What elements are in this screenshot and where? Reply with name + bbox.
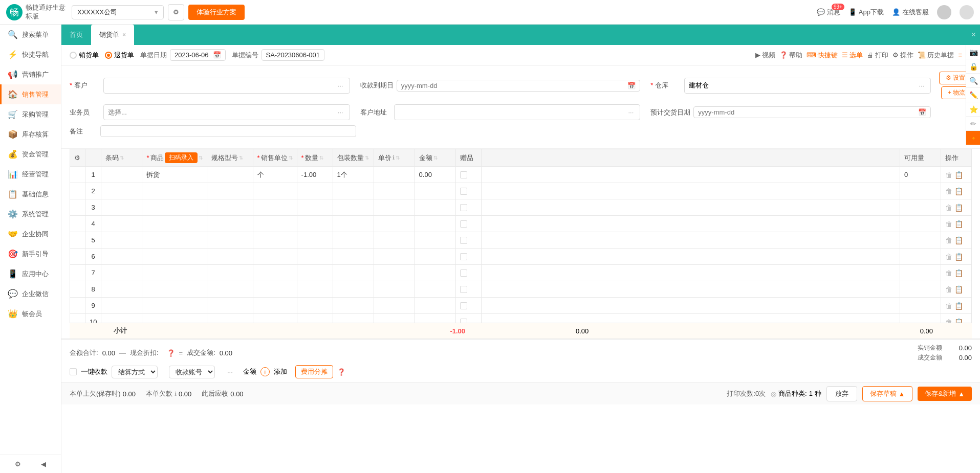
warehouse-dots-icon[interactable]: ··· — [917, 80, 926, 92]
cell-price[interactable] — [374, 199, 415, 216]
add-payment-btn[interactable]: + — [260, 367, 270, 376]
cell-pkg-qty[interactable] — [333, 281, 374, 298]
avatar2[interactable] — [960, 5, 974, 19]
ops-btn[interactable]: ⚙ 操作 — [892, 51, 913, 60]
cell-price[interactable] — [374, 314, 415, 323]
price-info-icon[interactable]: ℹ — [393, 154, 395, 161]
warehouse-text-input[interactable] — [689, 82, 917, 89]
delete-row-icon[interactable]: 🗑 — [945, 220, 952, 228]
gift-checkbox[interactable] — [460, 302, 467, 309]
cell-gift[interactable] — [455, 167, 481, 183]
cell-amount[interactable] — [415, 281, 455, 298]
gift-checkbox[interactable] — [460, 237, 467, 244]
cell-price[interactable] — [374, 183, 415, 199]
float-zoom-icon[interactable]: 🔍 — [966, 74, 980, 88]
float-photo-icon[interactable]: 📷 — [966, 45, 980, 59]
delete-row-icon[interactable]: 🗑 — [945, 187, 952, 195]
cell-amount[interactable]: 0.00 — [415, 167, 455, 183]
fee-help-icon[interactable]: ❓ — [337, 368, 345, 376]
cell-barcode[interactable] — [101, 281, 142, 298]
cell-price[interactable] — [374, 232, 415, 249]
cell-goods[interactable] — [142, 216, 207, 232]
sidebar-collapse-icon[interactable]: ◀ — [41, 460, 46, 468]
addr-dots-icon[interactable]: ··· — [626, 106, 636, 118]
delete-row-icon[interactable]: 🗑 — [945, 253, 952, 261]
sidebar-item-quick-nav[interactable]: ⚡ 快捷导航 — [0, 44, 61, 64]
print-btn[interactable]: 🖨 打印 — [867, 51, 888, 60]
cell-goods[interactable] — [142, 265, 207, 281]
customer-addr-text-input[interactable] — [399, 108, 626, 116]
cell-unit[interactable] — [253, 298, 297, 314]
cell-price[interactable] — [374, 167, 415, 183]
col-header-setting[interactable]: ⚙ — [70, 149, 85, 167]
delete-row-icon[interactable]: 🗑 — [945, 302, 952, 310]
customer-dots-icon[interactable]: ··· — [336, 80, 345, 92]
copy-row-icon[interactable]: 📋 — [954, 171, 963, 179]
cell-amount[interactable] — [415, 199, 455, 216]
window-close-icon[interactable]: × — [971, 30, 976, 39]
cell-amount[interactable] — [415, 314, 455, 323]
pkg-sort-icon[interactable]: ⇅ — [365, 155, 369, 161]
one-click-checkbox[interactable] — [70, 368, 77, 375]
cell-unit[interactable] — [253, 232, 297, 249]
price-sort-icon[interactable]: ⇅ — [396, 155, 400, 161]
cell-goods[interactable] — [142, 314, 207, 323]
sidebar-item-guide[interactable]: 🎯 新手引导 — [0, 244, 61, 264]
cell-barcode[interactable] — [101, 298, 142, 314]
table-scroll[interactable]: ⚙ 条码 ⇅ * 商品 — [70, 149, 972, 323]
cell-pkg-qty[interactable] — [333, 265, 374, 281]
cell-amount[interactable] — [415, 216, 455, 232]
tab-close-icon[interactable]: × — [122, 31, 126, 38]
cell-spec[interactable] — [207, 199, 253, 216]
cell-spec[interactable] — [207, 183, 253, 199]
customer-input[interactable]: ··· — [103, 78, 350, 94]
sidebar-item-funds[interactable]: 💰 资金管理 — [0, 144, 61, 164]
cell-gift[interactable] — [455, 265, 481, 281]
cell-goods[interactable] — [142, 199, 207, 216]
save-new-button[interactable]: 保存&新增 ▲ — [918, 387, 972, 401]
estimated-date-input[interactable]: 📅 — [693, 106, 931, 118]
cell-spec[interactable] — [207, 314, 253, 323]
cell-spec[interactable] — [207, 249, 253, 265]
sidebar-item-purchase[interactable]: 🛒 采购管理 — [0, 104, 61, 124]
delete-row-icon[interactable]: 🗑 — [945, 318, 952, 323]
settings-btn[interactable]: ⚙ — [168, 4, 184, 20]
estimated-cal-icon[interactable]: 📅 — [918, 108, 926, 116]
barcode-sort-icon[interactable]: ⇅ — [120, 155, 124, 161]
shortcut-btn[interactable]: ⌨ 快捷键 — [807, 51, 838, 60]
gift-checkbox[interactable] — [460, 204, 467, 211]
docno-field[interactable]: SA-20230606-001 — [262, 49, 325, 61]
cell-price[interactable] — [374, 265, 415, 281]
spec-sort-icon[interactable]: ⇅ — [239, 155, 243, 161]
float-orange-icon[interactable]: 🔸 — [966, 131, 980, 145]
date-field[interactable]: 2023-06-06 📅 — [170, 49, 226, 61]
cell-qty[interactable] — [297, 298, 333, 314]
trial-button[interactable]: 体验行业方案 — [188, 5, 245, 20]
delete-row-icon[interactable]: 🗑 — [945, 171, 952, 179]
copy-row-icon[interactable]: 📋 — [954, 236, 963, 244]
sidebar-item-sales[interactable]: 🏠 销售管理 — [0, 84, 61, 104]
cell-pkg-qty[interactable] — [333, 199, 374, 216]
cell-pkg-qty[interactable] — [333, 232, 374, 249]
delete-row-icon[interactable]: 🗑 — [945, 204, 952, 212]
history-btn[interactable]: 📜 历史单据 — [918, 51, 954, 60]
sidebar-item-search[interactable]: 🔍 搜索菜单 — [0, 25, 61, 44]
cell-qty[interactable] — [297, 199, 333, 216]
app-download-btn[interactable]: 📱 App下载 — [848, 8, 884, 17]
sidebar-item-enterprise[interactable]: 🤝 企业协同 — [0, 224, 61, 244]
avatar[interactable] — [937, 5, 951, 19]
view-toggle-list[interactable]: ≡ — [958, 51, 962, 59]
unit-sort-icon[interactable]: ⇅ — [289, 155, 293, 161]
cell-amount[interactable] — [415, 249, 455, 265]
sidebar-item-basic[interactable]: 📋 基础信息 — [0, 184, 61, 204]
due-date-calendar-icon[interactable]: 📅 — [627, 82, 636, 89]
cell-goods[interactable] — [142, 298, 207, 314]
cell-barcode[interactable] — [101, 167, 142, 183]
cell-barcode[interactable] — [101, 199, 142, 216]
copy-row-icon[interactable]: 📋 — [954, 204, 963, 212]
cell-goods[interactable] — [142, 249, 207, 265]
cell-unit[interactable] — [253, 265, 297, 281]
account-select[interactable]: 收款账号 — [169, 366, 215, 378]
cell-unit[interactable] — [253, 199, 297, 216]
cell-gift[interactable] — [455, 249, 481, 265]
